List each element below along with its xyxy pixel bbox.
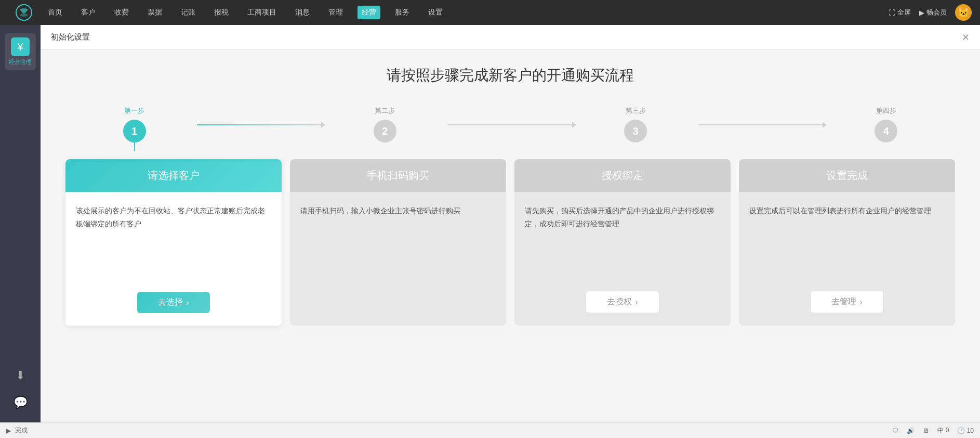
user-avatar[interactable]: 🐱	[955, 4, 972, 21]
screen-icon[interactable]: 🖥	[923, 427, 929, 434]
clock-icon: 🕐 10	[957, 427, 974, 434]
sidebar-download[interactable]: ⬇	[5, 364, 36, 387]
step-4-indicator: 第四步 4	[824, 106, 949, 143]
nav-settings[interactable]: 设置	[424, 6, 447, 19]
card-3-body: 请先购买，购买后选择开通的产品中的企业用户进行授权绑定，成功后即可进行经营管理	[514, 192, 731, 282]
card-4-footer: 去管理 ›	[739, 282, 955, 326]
step-3-action-button[interactable]: 去授权 ›	[586, 291, 659, 313]
card-4-title: 设置完成	[826, 170, 868, 181]
step-1-circle: 1	[123, 120, 146, 143]
vip-label: 畅会员	[926, 8, 947, 17]
step-card-1: 请选择客户 该处展示的客户为不在回收站、客户状态正常建账后完成老板端绑定的所有客…	[65, 159, 282, 326]
chat-icon: 💬	[13, 395, 28, 410]
card-2-body: 请用手机扫码，输入小微企业主账号密码进行购买	[290, 192, 506, 305]
step-3-circle: 3	[624, 120, 647, 143]
sidebar-label-operation: 经营管理	[9, 58, 32, 66]
fullscreen-button[interactable]: ⛶ 全屏	[889, 8, 911, 17]
connector-3-4	[698, 124, 824, 125]
arrow-icon-4: ›	[859, 298, 862, 307]
download-icon: ⬇	[13, 368, 28, 383]
step-2-indicator: 第二步 2	[322, 106, 447, 143]
nav-operation[interactable]: 经营	[357, 6, 380, 19]
arrow-icon: ›	[186, 298, 189, 307]
connector-1-2	[197, 124, 322, 125]
connector-2-3	[447, 124, 573, 125]
input-method: 中 0	[937, 426, 949, 435]
shield-icon[interactable]: 🛡	[892, 427, 898, 434]
card-2-title: 手机扫码购买	[367, 170, 429, 181]
nav-right: ⛶ 全屏 ▶ 畅会员 🐱	[889, 4, 972, 21]
content-header: 初始化设置 ✕	[41, 25, 980, 50]
step-4-action-button[interactable]: 去管理 ›	[810, 291, 883, 313]
status-text: 完成	[15, 426, 28, 435]
nav-fee[interactable]: 收费	[110, 6, 133, 19]
card-3-title: 授权绑定	[602, 170, 643, 181]
yuan-icon: ¥	[11, 37, 30, 56]
nav-bill[interactable]: 票据	[143, 6, 166, 19]
nav-tax[interactable]: 报税	[210, 6, 233, 19]
step-1-label: 第一步	[124, 106, 144, 115]
step-card-2: 手机扫码购买 请用手机扫码，输入小微企业主账号密码进行购买	[290, 159, 506, 326]
nav-manage[interactable]: 管理	[324, 6, 347, 19]
vip-button[interactable]: ▶ 畅会员	[919, 8, 947, 17]
steps-indicator: 第一步 1 第二步 2	[61, 106, 959, 151]
nav-home[interactable]: 首页	[44, 6, 67, 19]
card-1-title: 请选择客户	[148, 170, 200, 181]
app-logo[interactable]	[8, 4, 39, 21]
card-1-header: 请选择客户	[65, 159, 282, 192]
play-icon: ▶	[6, 427, 11, 434]
status-right: 🛡 🔊 🖥 中 0 🕐 10	[892, 426, 974, 435]
vip-icon: ▶	[919, 9, 924, 17]
wizard-heading: 请按照步骤完成新客户的开通购买流程	[61, 66, 959, 85]
step-4-circle: 4	[875, 120, 897, 143]
card-4-body: 设置完成后可以在管理列表进行所有企业用户的经营管理	[739, 192, 955, 282]
top-navigation: 首页 客户 收费 票据 记账 报税 工商项目 消息 管理 经营 服务 设置 ⛶ …	[0, 0, 980, 25]
nav-business[interactable]: 工商项目	[243, 6, 281, 19]
step-1-tail	[134, 143, 135, 151]
main-content: 初始化设置 ✕ 请按照步骤完成新客户的开通购买流程 第一步 1	[41, 25, 980, 422]
step-card-4: 设置完成 设置完成后可以在管理列表进行所有企业用户的经营管理 去管理 ›	[739, 159, 955, 326]
card-4-header: 设置完成	[739, 159, 955, 192]
card-3-header: 授权绑定	[514, 159, 731, 192]
step-2-circle: 2	[374, 120, 396, 143]
nav-service[interactable]: 服务	[391, 6, 414, 19]
close-button[interactable]: ✕	[962, 33, 970, 42]
card-1-footer: 去选择 ›	[65, 284, 282, 326]
main-layout: ¥ 经营管理 ⬇ 💬 初始化设置 ✕ 请按照步骤完成新客户的开通购买流程	[0, 25, 980, 422]
nav-items: 首页 客户 收费 票据 记账 报税 工商项目 消息 管理 经营 服务 设置	[44, 6, 889, 19]
step-4-label: 第四步	[876, 106, 896, 115]
step-card-3: 授权绑定 请先购买，购买后选择开通的产品中的企业用户进行授权绑定，成功后即可进行…	[514, 159, 731, 326]
sidebar: ¥ 经营管理 ⬇ 💬	[0, 25, 41, 422]
nav-customer[interactable]: 客户	[77, 6, 100, 19]
card-2-footer	[290, 305, 506, 326]
step-2-label: 第二步	[375, 106, 395, 115]
step-3-label: 第三步	[626, 106, 646, 115]
fullscreen-icon: ⛶	[889, 9, 895, 17]
wizard-area: 请按照步骤完成新客户的开通购买流程 第一步 1 第二步	[41, 50, 980, 341]
sidebar-item-operation[interactable]: ¥ 经营管理	[5, 33, 36, 70]
nav-accounting[interactable]: 记账	[177, 6, 200, 19]
sidebar-support[interactable]: 💬	[5, 391, 36, 414]
step-3-indicator: 第三步 3	[573, 106, 698, 143]
card-3-footer: 去授权 ›	[514, 282, 731, 326]
card-2-header: 手机扫码购买	[290, 159, 506, 192]
step-1-indicator: 第一步 1	[72, 106, 197, 151]
fullscreen-label: 全屏	[897, 8, 911, 17]
status-left: ▶ 完成	[6, 426, 28, 435]
sidebar-bottom: ⬇ 💬	[5, 364, 36, 422]
cards-row: 请选择客户 该处展示的客户为不在回收站、客户状态正常建账后完成老板端绑定的所有客…	[61, 159, 959, 326]
status-bar: ▶ 完成 🛡 🔊 🖥 中 0 🕐 10	[0, 422, 980, 438]
step-1-action-button[interactable]: 去选择 ›	[137, 292, 209, 313]
nav-message[interactable]: 消息	[291, 6, 314, 19]
card-1-body: 该处展示的客户为不在回收站、客户状态正常建账后完成老板端绑定的所有客户	[65, 192, 282, 284]
page-title: 初始化设置	[51, 32, 90, 42]
arrow-icon-3: ›	[635, 298, 638, 307]
volume-icon[interactable]: 🔊	[907, 427, 915, 434]
